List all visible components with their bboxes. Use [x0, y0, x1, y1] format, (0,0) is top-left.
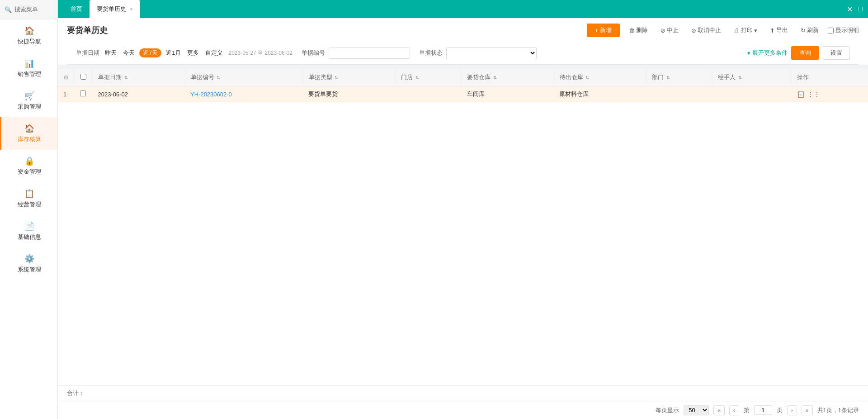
status-label: 单据状态	[419, 49, 443, 57]
doc-no-link[interactable]: YH-20230602-0	[190, 91, 232, 98]
doc-type-column-header[interactable]: 单据类型 ⇅	[303, 69, 396, 86]
shortcut-today[interactable]: 今天	[121, 48, 137, 57]
tab-home[interactable]: 首页	[63, 0, 90, 18]
stop-icon: ⊘	[660, 27, 665, 34]
select-all-checkbox[interactable]	[80, 74, 86, 80]
setting-button[interactable]: 设置	[823, 46, 850, 60]
last-page-button[interactable]: »	[802, 405, 813, 415]
cart-icon: 🛒	[24, 91, 34, 101]
per-page-select[interactable]: 50 100	[684, 405, 709, 415]
sidebar-item-basic[interactable]: 📄 基础信息	[0, 215, 57, 248]
chart-icon: 📊	[24, 58, 34, 68]
refresh-label: 刷新	[807, 26, 819, 34]
window-close-icon[interactable]: ✕	[847, 5, 853, 14]
settings-column-header[interactable]: ⚙	[58, 69, 75, 86]
row-doc-type: 要货单要货	[303, 86, 396, 102]
doc-date-column-header[interactable]: 单据日期 ⇅	[93, 69, 185, 86]
page-header: 要货单历史 + 新增 🗑 删除 ⊘ 中止 ⊘ 取消中止	[58, 18, 868, 65]
expand-more-btn[interactable]: ▾ 展开更多条件	[747, 49, 788, 57]
req-warehouse-column-header[interactable]: 要货仓库 ⇅	[462, 69, 554, 86]
topbar: 首页 要货单历史 × ✕ □	[58, 0, 868, 18]
stop-button[interactable]: ⊘ 中止	[657, 24, 682, 36]
row-more-icon[interactable]: ⋮⋮	[807, 90, 820, 98]
sort-icon: ⇅	[666, 75, 670, 80]
shortcut-more[interactable]: 更多	[185, 48, 201, 57]
tab-home-label: 首页	[71, 5, 82, 13]
delete-icon: 🗑	[629, 27, 635, 34]
sidebar-item-label: 经营管理	[18, 200, 41, 209]
row-edit-icon[interactable]: 📋	[797, 90, 805, 98]
next-page-button[interactable]: ›	[787, 405, 797, 415]
action-column-header: 操作	[792, 69, 868, 86]
tab-requisition-label: 要货单历史	[97, 5, 126, 13]
topbar-right: ✕ □	[847, 5, 863, 14]
home-icon: 🏠	[24, 26, 34, 36]
table-row: 1 2023-06-02 YH-20230602-0 要货单要货 车间库 原材料…	[58, 86, 868, 102]
refresh-button[interactable]: ↻ 刷新	[797, 24, 822, 36]
delete-button[interactable]: 🗑 删除	[625, 24, 651, 36]
page-label: 第	[744, 406, 750, 414]
sort-icon: ⇅	[493, 75, 497, 80]
sidebar-item-sales[interactable]: 📊 销售管理	[0, 52, 57, 85]
pending-warehouse-column-header[interactable]: 待出仓库 ⇅	[554, 69, 646, 86]
shortcut-1month[interactable]: 近1月	[164, 48, 183, 57]
export-button[interactable]: ⬆ 导出	[766, 24, 792, 36]
checkbox-column-header	[75, 69, 93, 86]
sort-icon: ⇅	[415, 75, 419, 80]
sidebar-item-purchase[interactable]: 🛒 采购管理	[0, 85, 57, 117]
tab-close-icon[interactable]: ×	[130, 6, 133, 12]
sidebar-item-system[interactable]: ⚙️ 系统管理	[0, 248, 57, 280]
prev-page-button[interactable]: ‹	[729, 405, 739, 415]
doc-no-input[interactable]	[329, 48, 410, 59]
row-doc-no[interactable]: YH-20230602-0	[185, 86, 303, 102]
shortcut-yesterday[interactable]: 昨天	[103, 48, 118, 57]
sidebar-item-quick-nav[interactable]: 🏠 快捷导航	[0, 19, 57, 52]
page-input[interactable]	[754, 405, 772, 415]
date-shortcuts: 昨天 今天 近7天 近1月 更多 自定义	[103, 48, 225, 57]
query-button[interactable]: 查询	[791, 46, 819, 60]
sidebar-item-inventory[interactable]: 🏠 库存核算	[0, 117, 57, 150]
shortcut-7days[interactable]: 近7天	[139, 48, 161, 57]
row-action: 📋 ⋮⋮	[792, 86, 868, 102]
cancel-stop-button[interactable]: ⊘ 取消中止	[688, 24, 725, 36]
sort-icon: ⇅	[124, 75, 128, 80]
add-button[interactable]: + 新增	[587, 24, 620, 37]
inventory-icon: 🏠	[24, 124, 34, 133]
display-detail-label: 显示明细	[835, 26, 859, 34]
search-icon: 🔍	[5, 6, 12, 13]
export-icon: ⬆	[770, 27, 775, 34]
row-checkbox[interactable]	[75, 86, 93, 102]
store-column-header[interactable]: 门店 ⇅	[396, 69, 462, 86]
row-select-checkbox[interactable]	[80, 90, 86, 96]
sidebar-item-operation[interactable]: 📋 经营管理	[0, 182, 57, 215]
sidebar-search-label: 搜索菜单	[14, 5, 38, 14]
handler-column-header[interactable]: 经手人 ⇅	[712, 69, 792, 86]
sidebar-search[interactable]: 🔍 搜索菜单	[0, 0, 57, 19]
total-info: 共1页，1条记录	[817, 406, 859, 414]
status-filter-group: 单据状态	[419, 47, 537, 59]
tab-requisition-history[interactable]: 要货单历史 ×	[90, 0, 140, 18]
sidebar-item-label: 基础信息	[18, 233, 41, 241]
sidebar-item-label: 销售管理	[18, 70, 41, 78]
status-select[interactable]	[446, 47, 537, 59]
refresh-icon: ↻	[801, 27, 806, 34]
row-action-group: 📋 ⋮⋮	[797, 90, 863, 98]
print-dropdown-icon: ▾	[754, 27, 757, 34]
table-header-row: ⚙ 单据日期 ⇅ 单据编号 ⇅ 单据类型	[58, 69, 868, 86]
display-detail-checkbox[interactable]	[828, 28, 834, 33]
doc-no-column-header[interactable]: 单据编号 ⇅	[185, 69, 303, 86]
window-maximize-icon[interactable]: □	[858, 5, 863, 13]
pagination: 每页显示 50 100 « ‹ 第 页 › » 共1页，1条记录	[58, 401, 868, 419]
expand-icon: ▾	[747, 50, 750, 57]
doc-no-filter-group: 单据编号	[302, 48, 410, 59]
sort-icon: ⇅	[335, 75, 338, 80]
department-column-header[interactable]: 部门 ⇅	[646, 69, 712, 86]
table-container: ⚙ 单据日期 ⇅ 单据编号 ⇅ 单据类型	[58, 69, 868, 385]
sidebar-item-finance[interactable]: 🔒 资金管理	[0, 150, 57, 182]
display-detail-toggle[interactable]: 显示明细	[828, 26, 859, 34]
print-button[interactable]: 🖨 打印 ▾	[730, 24, 761, 36]
shortcut-custom[interactable]: 自定义	[203, 48, 225, 57]
export-label: 导出	[776, 26, 788, 34]
first-page-button[interactable]: «	[713, 405, 725, 415]
expand-label: 展开更多条件	[752, 49, 788, 57]
